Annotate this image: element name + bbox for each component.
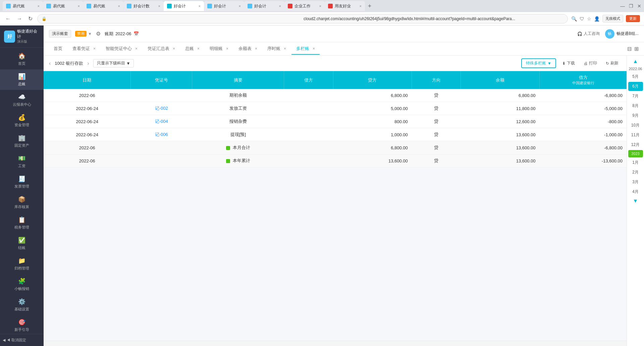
- sidebar-item-ledger[interactable]: 📊 总账: [0, 69, 44, 90]
- sub-filter-dropdown[interactable]: 只显示下级科目 ▼: [93, 59, 134, 67]
- timeline-month-5[interactable]: 5月: [628, 72, 643, 81]
- tab-multi-column[interactable]: 多栏账 ×: [291, 43, 320, 55]
- url-input[interactable]: 🔒 cloud2.chanjet.com/accounting/uh26t264…: [37, 14, 568, 23]
- profile-icon[interactable]: 👤: [594, 16, 600, 21]
- download-button[interactable]: ⬇ 下载: [559, 59, 578, 67]
- timeline-month-6[interactable]: 6月: [628, 82, 643, 91]
- timeline-month-9[interactable]: 9月: [628, 111, 643, 120]
- tab-close-5[interactable]: ×: [199, 4, 201, 8]
- sidebar-item-inventory[interactable]: 📦 库存核算: [0, 192, 44, 213]
- tab-minimize-icon[interactable]: ⊟: [627, 46, 632, 52]
- sidebar-item-assets[interactable]: 🏢 固定资产: [0, 131, 44, 151]
- search-icon[interactable]: 🔍: [571, 16, 577, 21]
- timeline-month-2023-3[interactable]: 3月: [628, 178, 643, 187]
- multi-column-button[interactable]: 特殊多栏账 ▼: [521, 58, 556, 68]
- close-button[interactable]: ✕: [637, 3, 641, 9]
- cell-voucher[interactable]: 记-002: [130, 102, 192, 115]
- timeline-month-11[interactable]: 11月: [628, 131, 643, 140]
- timeline-month-7[interactable]: 7月: [628, 92, 643, 101]
- demo-badge: 演示账套: [49, 30, 71, 38]
- consult-button[interactable]: 🎧 人工咨询: [577, 31, 600, 37]
- sidebar-item-settings[interactable]: ⚙️ 基础设置: [0, 295, 44, 315]
- forward-button[interactable]: →: [15, 14, 23, 23]
- calendar-icon[interactable]: 📅: [133, 31, 139, 36]
- tab-detail-ledger-close[interactable]: ×: [226, 46, 228, 51]
- print-button[interactable]: 🖨 打印: [581, 59, 600, 67]
- sidebar-item-invoice[interactable]: 🧾 发票管理: [0, 172, 44, 192]
- timeline-month-2023-2[interactable]: 2月: [628, 168, 643, 177]
- minimize-button[interactable]: —: [620, 3, 625, 9]
- tab-detail-ledger[interactable]: 明细账 ×: [205, 43, 233, 55]
- tab-balance-close[interactable]: ×: [255, 46, 257, 51]
- tab-close-9[interactable]: ×: [360, 4, 362, 8]
- tab-close-7[interactable]: ×: [279, 4, 281, 8]
- tab-general-ledger[interactable]: 总账 ×: [180, 43, 204, 55]
- cell-voucher[interactable]: 记-006: [130, 128, 192, 141]
- sidebar-pin-toggle[interactable]: ◀ ◀ 取消固定: [0, 334, 44, 346]
- sidebar-item-close[interactable]: ✅ 结账: [0, 233, 44, 254]
- tab-smart-vouchers[interactable]: 智能凭证中心 ×: [101, 43, 142, 55]
- funds-icon: 💰: [18, 114, 25, 121]
- timeline-year-marker-2023[interactable]: 2023: [628, 150, 643, 157]
- tab-journal-close[interactable]: ×: [284, 46, 286, 51]
- tab-smart-vouchers-close[interactable]: ×: [135, 46, 138, 51]
- timeline-month-8[interactable]: 8月: [628, 101, 643, 110]
- browser-tab-4[interactable]: 好会计数 ×: [123, 1, 164, 11]
- restore-button[interactable]: ❐: [629, 3, 633, 9]
- tab-vouchers[interactable]: 查看凭证 ×: [68, 43, 100, 55]
- refresh-button[interactable]: ↻ 刷新: [603, 59, 621, 67]
- cell-debit: [284, 154, 333, 167]
- sidebar-item-home[interactable]: 🏠 首页: [0, 49, 44, 69]
- tab-general-ledger-close[interactable]: ×: [197, 46, 200, 51]
- status-selector[interactable]: 禁用 ▼: [75, 31, 92, 37]
- tab-close-3[interactable]: ×: [118, 4, 120, 8]
- sidebar-item-cloud[interactable]: ☁️ 云报表中心: [0, 90, 44, 110]
- back-button[interactable]: ←: [4, 14, 12, 23]
- timeline-month-2023-1[interactable]: 1月: [628, 158, 643, 167]
- star-icon[interactable]: ☆: [587, 16, 591, 21]
- tab-close-1[interactable]: ×: [38, 4, 40, 8]
- cell-voucher[interactable]: 记-004: [130, 115, 192, 128]
- tab-expand-icon[interactable]: ⊞: [634, 46, 639, 52]
- table-row: 2022-06-24 记-004 报销杂费 800.00 贷 12,600.00…: [44, 115, 627, 128]
- tab-close-4[interactable]: ×: [158, 4, 160, 8]
- sidebar-item-expense[interactable]: 🧩 小畅报销: [0, 274, 44, 295]
- browser-tab-7[interactable]: 好会计 ×: [244, 1, 284, 11]
- prev-account-button[interactable]: ‹: [49, 60, 51, 66]
- tab-vouchers-close[interactable]: ×: [93, 46, 96, 51]
- sidebar-item-tax[interactable]: 📋 税务管理: [0, 213, 44, 233]
- sidebar-item-archive[interactable]: 📁 归档管理: [0, 254, 44, 274]
- browser-tab-8[interactable]: 企业工作 ×: [284, 1, 325, 11]
- browser-tab-5[interactable]: 好会计 ×: [164, 1, 204, 11]
- timeline-scroll-up[interactable]: ▲: [632, 57, 640, 66]
- timeline-month-2023-4[interactable]: 4月: [628, 187, 643, 196]
- update-button[interactable]: 更新: [626, 15, 640, 22]
- browser-tab-6[interactable]: 好会计 ×: [204, 1, 244, 11]
- browser-tab-2[interactable]: 易代账 ×: [43, 1, 83, 11]
- refresh-browser-button[interactable]: ↻: [27, 14, 34, 23]
- shield-icon[interactable]: 🛡: [580, 16, 584, 21]
- tab-close-6[interactable]: ×: [239, 4, 241, 8]
- wuhen-mode-button[interactable]: 无痕模式: [602, 15, 623, 22]
- tab-balance[interactable]: 余额表 ×: [234, 43, 262, 55]
- sidebar-item-salary[interactable]: 💵 工资: [0, 151, 44, 172]
- browser-tab-1[interactable]: 易代账 ×: [3, 1, 43, 11]
- settings-button[interactable]: ⚙: [96, 31, 101, 37]
- next-account-button[interactable]: ›: [87, 60, 89, 66]
- tab-close-2[interactable]: ×: [78, 4, 80, 8]
- new-tab-button[interactable]: +: [365, 1, 374, 11]
- sidebar-item-guide[interactable]: 🎯 新手引导: [0, 315, 44, 334]
- timeline-scroll-down[interactable]: ▼: [632, 197, 640, 205]
- timeline-month-10[interactable]: 10月: [628, 121, 643, 130]
- tab-home[interactable]: 首页: [49, 43, 67, 55]
- sidebar-item-funds[interactable]: 💰 资金管理: [0, 110, 44, 131]
- browser-tab-3[interactable]: 易代账 ×: [83, 1, 123, 11]
- tab-voucher-summary[interactable]: 凭证汇总表 ×: [143, 43, 180, 55]
- tab-voucher-summary-close[interactable]: ×: [173, 46, 175, 51]
- timeline-month-12[interactable]: 12月: [628, 140, 643, 149]
- tab-close-8[interactable]: ×: [319, 4, 321, 8]
- tab-multi-column-close[interactable]: ×: [313, 46, 315, 51]
- horizontal-scrollbar[interactable]: [44, 341, 627, 346]
- tab-journal[interactable]: 序时账 ×: [263, 43, 291, 55]
- browser-tab-9[interactable]: 用友好业 ×: [325, 1, 365, 11]
